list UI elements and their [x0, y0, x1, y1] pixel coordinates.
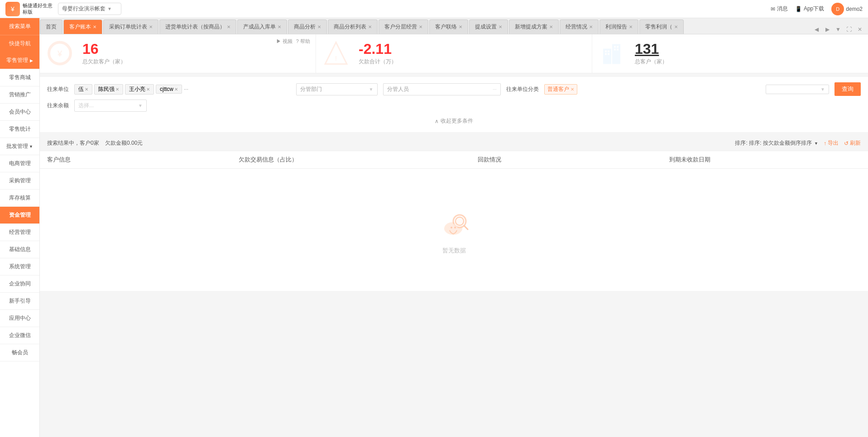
tenant-selector[interactable]: 母婴行业演示帐套 ▼: [58, 3, 121, 15]
filter-tag-wu[interactable]: 伍 ✕: [74, 84, 92, 95]
tab-close-purchase[interactable]: ✕: [149, 24, 153, 29]
tab-product-inbound[interactable]: 产成品入库单 ✕: [237, 19, 287, 34]
more-tags-button[interactable]: ···: [184, 86, 188, 92]
tab-retail-profit[interactable]: 零售利润（ ✕: [639, 19, 684, 34]
logo-icon: ¥: [5, 2, 20, 16]
tab-next-button[interactable]: ▶: [823, 25, 832, 34]
sidebar-item-wholesale[interactable]: 批发管理 ▼: [0, 138, 39, 155]
tab-close-new-promo[interactable]: ✕: [549, 24, 553, 29]
unit-type-dropdown[interactable]: ▼: [766, 85, 829, 94]
tab-accounts[interactable]: 客户账本 ✕: [63, 19, 102, 34]
tab-close-all-button[interactable]: ✕: [855, 25, 864, 34]
sidebar-item-inventory[interactable]: 库存核算: [0, 190, 39, 207]
arrow-icon: ▶: [30, 58, 33, 63]
tab-product-analysis-list[interactable]: 商品分析列表 ✕: [328, 19, 378, 34]
balance-filter[interactable]: 选择... ▼: [74, 100, 147, 112]
tab-home[interactable]: 首页: [40, 19, 62, 34]
person-filter[interactable]: 分管人员 ···: [383, 83, 501, 95]
sidebar-item-retail-stats[interactable]: 零售统计: [0, 121, 39, 138]
svg-rect-4: [603, 48, 611, 64]
tab-more-button[interactable]: ▼: [834, 25, 843, 34]
logo-area: ¥ 畅捷通好生意 标版: [5, 2, 53, 16]
remove-tag-wu[interactable]: ✕: [85, 87, 88, 92]
tab-close-product-analysis[interactable]: ✕: [317, 24, 321, 29]
sidebar-item-retail-mgmt[interactable]: 零售管理 ▶: [0, 52, 39, 69]
query-button[interactable]: 查询: [834, 82, 861, 96]
tab-close-customer-tier[interactable]: ✕: [419, 24, 422, 29]
tab-new-promo[interactable]: 新增提成方案 ✕: [509, 19, 559, 34]
tab-customer-contact[interactable]: 客户联络 ✕: [429, 19, 468, 34]
messages-button[interactable]: ✉ 消息: [771, 5, 788, 13]
collapse-filter-button[interactable]: ∧ 收起更多条件: [47, 115, 861, 127]
filter-tag-cjttcw[interactable]: cjttcw ✕: [156, 85, 182, 94]
tab-close-product-list[interactable]: ✕: [368, 24, 372, 29]
sidebar-item-new-guide[interactable]: 新手引导: [0, 293, 39, 310]
tab-profit[interactable]: 利润报告 ✕: [599, 19, 638, 34]
tab-close-customer-contact[interactable]: ✕: [459, 24, 462, 29]
tab-close-inbound[interactable]: ✕: [227, 24, 230, 29]
tab-promotion-settings[interactable]: 提成设置 ✕: [469, 19, 508, 34]
tab-product-analysis[interactable]: 商品分析 ✕: [288, 19, 327, 34]
tab-prev-button[interactable]: ◀: [812, 25, 821, 34]
svg-rect-6: [605, 50, 607, 52]
refresh-icon: ↺: [844, 140, 849, 147]
video-link[interactable]: ▶ 视频: [276, 38, 293, 45]
chevron-icon2: ···: [493, 87, 496, 92]
export-button[interactable]: ↑ 导出: [824, 139, 839, 147]
chevron-down-icon: ▼: [107, 6, 112, 11]
svg-line-17: [464, 226, 468, 229]
sidebar-item-retail-shop[interactable]: 零售商城: [0, 69, 39, 86]
top-bar: ¥ 畅捷通好生意 标版 母婴行业演示帐套 ▼ ✉ 消息 📱 App下载 D de…: [0, 0, 868, 18]
tab-close-product-inbound[interactable]: ✕: [278, 24, 281, 29]
sidebar-quick-nav[interactable]: 快捷导航: [0, 35, 39, 52]
sidebar-item-system[interactable]: 系统管理: [0, 258, 39, 276]
sidebar-item-purchase[interactable]: 采购管理: [0, 172, 39, 190]
sidebar-item-marketing[interactable]: 营销推广: [0, 86, 39, 104]
tab-close-accounts[interactable]: ✕: [93, 24, 96, 29]
filter-tag-normal-customer[interactable]: 普通客户 ✕: [544, 84, 577, 95]
filter-tags-unit: 伍 ✕ 陈民强 ✕ 王小亮 ✕ cjttcw ✕: [74, 84, 291, 95]
help-link[interactable]: ? 帮助: [296, 38, 310, 45]
refresh-button[interactable]: ↺ 刷新: [844, 139, 861, 147]
svg-rect-8: [605, 53, 607, 55]
stat-overdue-customers: ¥ 16 总欠款客户（家） ▶ 视频 ? 帮助: [40, 34, 316, 73]
sidebar-item-member-center[interactable]: 会员中心: [0, 104, 39, 121]
user-menu[interactable]: D demo2: [831, 3, 863, 15]
dept-filter[interactable]: 分管部门 ▼: [296, 83, 378, 95]
sidebar-item-finance[interactable]: 资金管理: [0, 207, 39, 224]
app-download-button[interactable]: 📱 App下载: [795, 5, 824, 13]
svg-rect-9: [608, 53, 609, 55]
sidebar-item-basic-info[interactable]: 基础信息: [0, 241, 39, 258]
sidebar-search-menu[interactable]: 搜索菜单: [0, 18, 39, 35]
sidebar-item-enterprise-wechat[interactable]: 企业微信: [0, 327, 39, 344]
sidebar-item-member-club[interactable]: 畅会员: [0, 344, 39, 361]
sidebar-item-ecommerce[interactable]: 电商管理: [0, 155, 39, 172]
filter-tag-wang[interactable]: 王小亮 ✕: [125, 84, 154, 95]
sidebar-top-section: 搜索菜单 快捷导航: [0, 18, 39, 52]
sidebar-item-enterprise-collab[interactable]: 企业协同: [0, 276, 39, 293]
message-icon: ✉: [771, 6, 775, 12]
tab-close-profit[interactable]: ✕: [629, 24, 633, 29]
chevron-icon4: ▼: [138, 103, 143, 108]
filter-tag-chen[interactable]: 陈民强 ✕: [94, 84, 123, 95]
sidebar-item-app-center[interactable]: 应用中心: [0, 310, 39, 327]
avatar: D: [831, 3, 844, 15]
tab-close-operations[interactable]: ✕: [589, 24, 593, 29]
svg-text:!: !: [335, 54, 337, 62]
remove-tag-wang[interactable]: ✕: [146, 87, 150, 92]
sidebar-item-operations-mgmt[interactable]: 经营管理: [0, 224, 39, 241]
tab-operations[interactable]: 经营情况 ✕: [560, 19, 599, 34]
remove-tag-chen[interactable]: ✕: [115, 87, 119, 92]
svg-point-19: [451, 227, 452, 228]
tab-close-retail[interactable]: ✕: [674, 24, 678, 29]
remove-tag-cjttcw[interactable]: ✕: [174, 87, 178, 92]
tab-customer-tier[interactable]: 客户分层经营 ✕: [379, 19, 428, 34]
svg-rect-13: [617, 48, 619, 50]
tab-inbound-stats[interactable]: 进货单统计表（按商品） ✕: [159, 19, 236, 34]
remove-cat-tag[interactable]: ✕: [571, 87, 574, 92]
sort-select[interactable]: 排序: 排序: 按欠款金额倒序排序 ▼: [735, 139, 818, 147]
tab-maximize-button[interactable]: ⛶: [844, 25, 854, 34]
tab-close-promotion[interactable]: ✕: [499, 24, 502, 29]
tab-purchase-orders[interactable]: 采购订单统计表 ✕: [103, 19, 158, 34]
results-actions: 排序: 排序: 按欠款金额倒序排序 ▼ ↑ 导出 ↺ 刷新: [735, 139, 861, 147]
